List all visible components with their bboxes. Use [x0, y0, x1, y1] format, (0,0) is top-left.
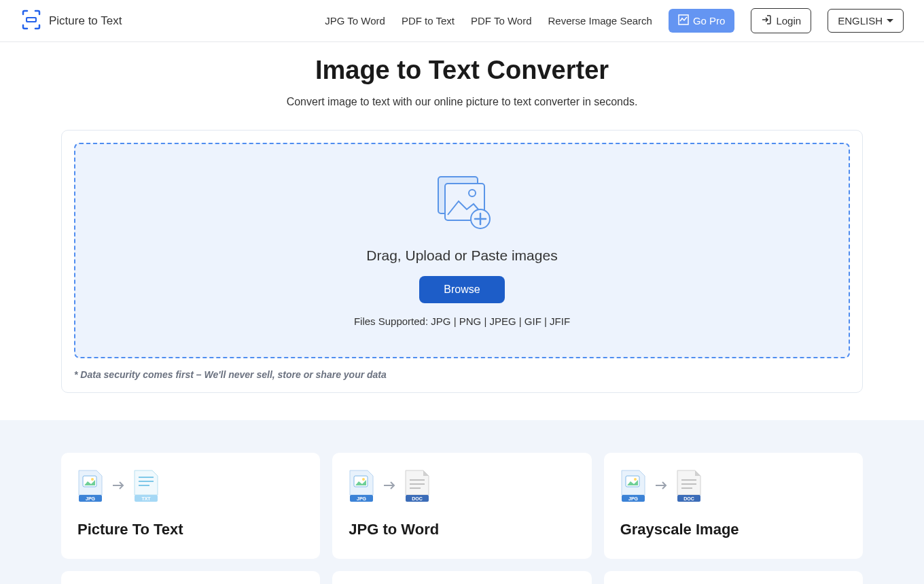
- tool-card-5[interactable]: JPG: [332, 571, 591, 584]
- logo-icon: [20, 9, 42, 33]
- jpg-file-icon: JPG: [77, 469, 103, 504]
- upload-card: Drag, Upload or Paste images Browse File…: [61, 130, 863, 393]
- svg-text:JPG: JPG: [357, 496, 367, 501]
- tool-title: Picture To Text: [77, 521, 304, 538]
- arrow-right-icon: [383, 480, 396, 494]
- tool-title: Grayscale Image: [620, 521, 847, 538]
- supported-formats: Files Supported: JPG | PNG | JPEG | GIF …: [89, 315, 835, 327]
- svg-text:JPG: JPG: [86, 496, 96, 501]
- svg-text:TXT: TXT: [141, 496, 151, 501]
- tools-section: JPG TXT Picture To Te: [0, 420, 924, 584]
- chart-icon: [678, 14, 689, 27]
- txt-file-icon: TXT: [133, 469, 159, 504]
- tool-icon-row: JPG DOC: [349, 469, 575, 504]
- dropzone[interactable]: Drag, Upload or Paste images Browse File…: [74, 143, 850, 358]
- security-note: * Data security comes first – We'll neve…: [74, 369, 850, 380]
- svg-rect-1: [27, 18, 35, 21]
- language-button[interactable]: ENGLISH: [828, 9, 904, 33]
- chevron-down-icon: [887, 19, 893, 22]
- login-icon: [761, 14, 772, 27]
- main-content: Image to Text Converter Convert image to…: [0, 42, 924, 420]
- tool-card-jpg-to-word[interactable]: JPG DOC: [332, 453, 591, 559]
- logo-text: Picture to Text: [49, 14, 122, 28]
- go-pro-button[interactable]: Go Pro: [669, 9, 735, 33]
- svg-point-26: [634, 478, 637, 481]
- tool-icon-row: JPG TXT: [77, 469, 304, 504]
- tool-title: JPG to Word: [349, 521, 575, 538]
- page-title: Image to Text Converter: [61, 56, 863, 85]
- tool-card-4[interactable]: JPG: [61, 571, 320, 584]
- nav-link-pdf-to-text[interactable]: PDF to Text: [402, 15, 455, 27]
- logo[interactable]: Picture to Text: [20, 9, 122, 33]
- svg-text:DOC: DOC: [683, 496, 694, 501]
- jpg-file-icon: JPG: [349, 469, 374, 504]
- svg-text:DOC: DOC: [412, 496, 423, 501]
- nav-link-jpg-to-word[interactable]: JPG To Word: [325, 15, 385, 27]
- tools-grid: JPG TXT Picture To Te: [61, 453, 863, 584]
- arrow-right-icon: [654, 480, 668, 494]
- svg-point-8: [91, 478, 94, 481]
- tool-card-picture-to-text[interactable]: JPG TXT Picture To Te: [61, 453, 320, 559]
- login-button[interactable]: Login: [751, 8, 811, 33]
- svg-point-17: [362, 478, 365, 481]
- header: Picture to Text JPG To Word PDF to Text …: [0, 0, 924, 42]
- svg-text:JPG: JPG: [628, 496, 639, 501]
- page-subtitle: Convert image to text with our online pi…: [61, 96, 863, 108]
- nav-link-reverse-image-search[interactable]: Reverse Image Search: [548, 15, 652, 27]
- tool-icon-row: JPG DOC: [620, 469, 847, 504]
- dropzone-title: Drag, Upload or Paste images: [89, 247, 835, 264]
- doc-file-icon: DOC: [404, 469, 430, 504]
- doc-file-icon: DOC: [676, 469, 702, 504]
- browse-button[interactable]: Browse: [419, 276, 504, 303]
- nav-right: JPG To Word PDF to Text PDF To Word Reve…: [325, 8, 904, 33]
- jpg-file-icon: JPG: [620, 469, 646, 504]
- upload-image-icon: [89, 174, 835, 234]
- tool-card-grayscale-image[interactable]: JPG DOC: [604, 453, 863, 559]
- tool-card-6[interactable]: [604, 571, 863, 584]
- arrow-right-icon: [111, 480, 125, 494]
- nav-link-pdf-to-word[interactable]: PDF To Word: [471, 15, 531, 27]
